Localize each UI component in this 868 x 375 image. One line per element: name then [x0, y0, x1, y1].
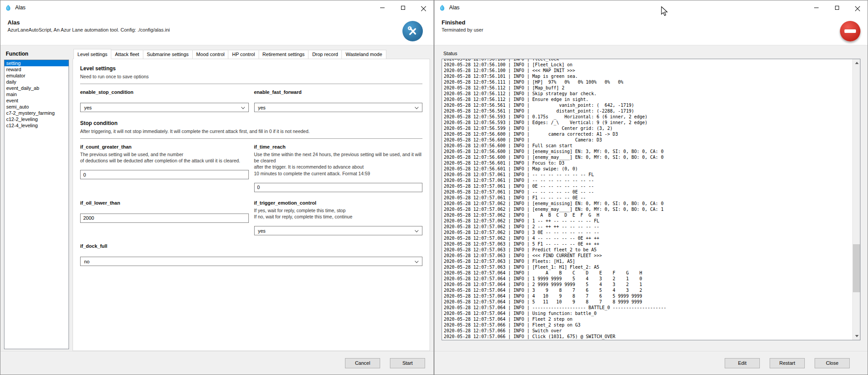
log-line: 2020-05-28 12:07:57.062 | INFO | 3 0E --…: [444, 230, 852, 235]
log-line: 2020-05-28 12:07:57.064 | INFO | 2 9999 …: [444, 282, 852, 287]
tab[interactable]: HP control: [228, 50, 259, 59]
log-line: 2020-05-28 12:07:57.061 | INFO | F1 -- -…: [444, 195, 852, 201]
log-line: 2020-05-28 12:07:57.064 | INFO | 3 9 8 7…: [444, 287, 852, 293]
alas-app-icon: [439, 4, 446, 11]
cancel-button[interactable]: Cancel: [345, 358, 380, 368]
function-list-item[interactable]: semi_auto: [4, 104, 69, 110]
log-line: 2020-05-28 12:07:56.112 | INFO | [Map_bu…: [444, 85, 852, 91]
maximize-button[interactable]: [827, 0, 847, 15]
log-line: 2020-05-28 12:07:57.066 | INFO | Switch …: [444, 328, 852, 334]
log-line: 2020-05-28 12:07:57.062 | INFO | 2 -- ++…: [444, 224, 852, 230]
field-enable-fast-forward: enable_fast_forward yes: [254, 89, 423, 112]
field-label: if_dock_full: [80, 243, 422, 249]
log-line: 2020-05-28 12:07:57.061 | INFO | 0E -- -…: [444, 183, 852, 189]
if-time-reach-input[interactable]: [254, 183, 423, 192]
log-box[interactable]: 2020-05-28 12:07:56.100 | INFO | fleet_l…: [442, 59, 860, 340]
if-count-greater-than-input[interactable]: [80, 170, 249, 179]
minimize-button[interactable]: [372, 0, 393, 15]
function-list-item[interactable]: emulator: [4, 73, 69, 79]
close-button[interactable]: [847, 0, 868, 15]
tab[interactable]: Attack fleet: [111, 50, 143, 59]
close-icon: [855, 5, 860, 10]
function-listbox[interactable]: setting reward emulator daily event_dail…: [4, 60, 69, 349]
enable-fast-forward-select[interactable]: yes: [254, 103, 423, 112]
titlebar[interactable]: Alas: [0, 0, 434, 15]
log-line: 2020-05-28 12:07:57.064 | INFO | 5 11 10…: [444, 299, 852, 305]
scroll-down-icon: [855, 335, 859, 337]
function-list-item[interactable]: daily: [4, 79, 69, 85]
alas-app-icon: [5, 4, 12, 11]
log-line: 2020-05-28 12:07:56.100 | INFO | [Fleet_…: [444, 62, 852, 68]
function-list-item[interactable]: main: [4, 91, 69, 97]
log-window: Alas Finished Terminated by user Status …: [434, 0, 868, 375]
log-body: Status 2020-05-28 12:07:56.100 | INFO | …: [434, 45, 868, 351]
page-subtitle: AzurLaneAutoScript, An Azur Lane automat…: [8, 27, 426, 32]
if-oil-lower-than-input[interactable]: [80, 214, 249, 223]
section-title-level-settings: Level settings: [80, 65, 422, 72]
log-line: 2020-05-28 12:07:57.063 | INFO | [Fleet_…: [444, 264, 852, 270]
tab[interactable]: Wasteland mode: [341, 50, 386, 59]
log-footer: Edit Restart Close: [434, 351, 868, 375]
log-line: 2020-05-28 12:07:56.100 | INFO | <<< MAP…: [444, 68, 852, 73]
titlebar[interactable]: Alas: [434, 0, 868, 15]
close-button[interactable]: [413, 0, 434, 15]
log-line: 2020-05-28 12:07:56.112 | INFO | Skip st…: [444, 91, 852, 97]
wrench-screwdriver-icon: [407, 25, 418, 37]
section-title-stop-condition: Stop condition: [80, 120, 422, 126]
log-line: 2020-05-28 12:07:56.599 | INFO | Center …: [444, 125, 852, 131]
log-line: 2020-05-28 12:07:56.111 | INFO | [HP] 97…: [444, 79, 852, 85]
restart-button[interactable]: Restart: [770, 358, 805, 368]
function-list-item[interactable]: event: [4, 97, 69, 104]
function-list-item[interactable]: reward: [4, 66, 69, 73]
edit-button[interactable]: Edit: [725, 358, 760, 368]
function-list-item[interactable]: setting: [4, 60, 69, 66]
log-line: 2020-05-28 12:07:57.062 | INFO | 4 -- --…: [444, 235, 852, 241]
field-if-count-greater-than: if_count_greater_than The previous setti…: [80, 144, 249, 192]
tools-badge: [402, 21, 423, 41]
tab[interactable]: Level settings: [73, 49, 111, 59]
maximize-button[interactable]: [393, 0, 413, 15]
log-line: 2020-05-28 12:07:56.600 | INFO | Full sc…: [444, 143, 852, 149]
section-desc-level-settings: Need to run once to save options: [80, 74, 422, 79]
log-scrollbar[interactable]: [852, 59, 860, 340]
scroll-down-button[interactable]: [853, 332, 860, 340]
window-title: Alas: [15, 4, 25, 11]
log-line: 2020-05-28 12:07:57.064 | INFO | 1 9999 …: [444, 276, 852, 282]
log-line: 2020-05-28 12:07:56.600 | INFO | camera …: [444, 131, 852, 137]
function-list-item[interactable]: event_daily_ab: [4, 85, 69, 91]
field-label: enable_fast_forward: [254, 89, 423, 95]
scroll-up-button[interactable]: [853, 59, 860, 67]
log-line: 2020-05-28 12:07:57.064 | INFO | Using f…: [444, 310, 852, 316]
tab[interactable]: Submarine settings: [143, 50, 193, 59]
divider: [80, 138, 422, 139]
tab[interactable]: Mood control: [192, 50, 229, 59]
close-window-button[interactable]: Close: [815, 358, 850, 368]
function-list-item[interactable]: c12-2_leveling: [4, 116, 69, 122]
start-button[interactable]: Start: [390, 358, 425, 368]
log-line: 2020-05-28 12:07:56.593 | INFO | 0.175s …: [444, 114, 852, 120]
minimize-button[interactable]: [806, 0, 827, 15]
log-content: 2020-05-28 12:07:56.100 | INFO | fleet_l…: [444, 59, 852, 340]
scrollbar-thumb[interactable]: [853, 244, 860, 292]
select-value: no: [84, 259, 89, 264]
status-title: Finished: [442, 19, 860, 26]
log-line: 2020-05-28 12:07:57.061 | INFO | -- -- -…: [444, 172, 852, 177]
enable-stop-condition-select[interactable]: yes: [80, 103, 249, 112]
field-label: enable_stop_condition: [80, 89, 249, 95]
tab[interactable]: Drop record: [308, 50, 342, 59]
log-line: 2020-05-28 12:07:56.600 | INFO | Camera:…: [444, 137, 852, 143]
settings-body: Function setting reward emulator daily e…: [0, 45, 434, 351]
field-description: If yes, wait for reply, complete this ti…: [254, 207, 423, 220]
settings-header: Alas AzurLaneAutoScript, An Azur Lane au…: [0, 15, 434, 45]
page-title: Alas: [8, 19, 426, 26]
log-line: 2020-05-28 12:07:56.600 | INFO | [enemy_…: [444, 154, 852, 160]
function-list-item[interactable]: c12-4_leveling: [4, 122, 69, 129]
log-line: 2020-05-28 12:07:57.062 | INFO | [enemy_…: [444, 201, 852, 206]
tab[interactable]: Retirement settings: [259, 50, 309, 59]
function-list-item[interactable]: c7-2_mystery_farming: [4, 110, 69, 116]
log-line: 2020-05-28 12:07:57.066 | INFO | Fleet_2…: [444, 322, 852, 328]
if-dock-full-select[interactable]: no: [80, 257, 422, 266]
if-trigger-emotion-control-select[interactable]: yes: [254, 226, 423, 235]
stop-badge: [840, 21, 860, 41]
maximize-icon: [401, 6, 405, 10]
